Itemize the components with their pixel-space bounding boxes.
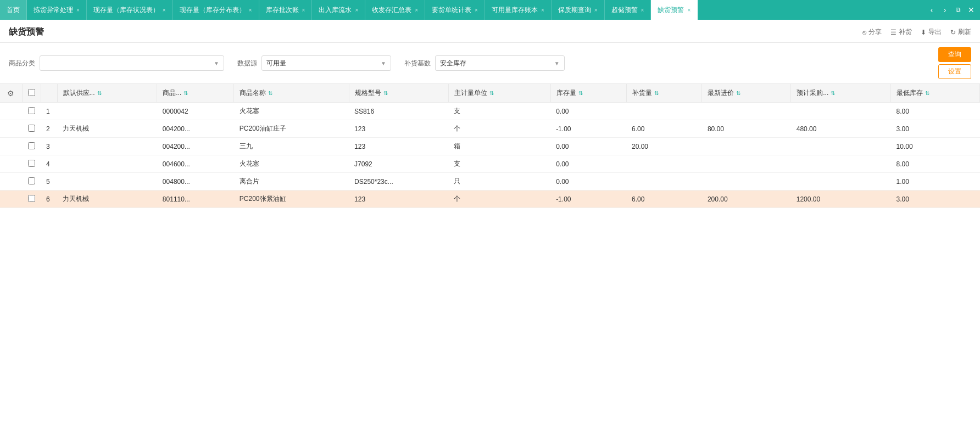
th-stock[interactable]: 库存量 ⇅: [550, 84, 626, 103]
row-product-name: PC200油缸庄子: [234, 120, 349, 138]
sort-icon-price: ⇅: [736, 90, 740, 96]
th-default-supplier[interactable]: 默认供应... ⇅: [57, 84, 157, 103]
th-est-purchase[interactable]: 预计采购... ⇅: [791, 84, 891, 103]
close-tab-demand-stat[interactable]: ×: [475, 7, 478, 13]
data-source-select[interactable]: 可用量 ▼: [261, 55, 391, 71]
row-spec: 123: [349, 138, 448, 155]
row-latest-price: [702, 103, 791, 120]
row-product-code: 801110...: [157, 191, 234, 208]
top-nav: 首页 拣货异常处理 × 现存量（库存状况表） × 现存量（库存分布表） × 库存…: [0, 0, 980, 20]
query-button[interactable]: 查询: [938, 47, 971, 62]
nav-tab-inventory-dist[interactable]: 现存量（库存分布表） ×: [173, 0, 259, 20]
th-spec[interactable]: 规格型号 ⇅: [349, 84, 448, 103]
th-min-stock[interactable]: 最低库存 ⇅: [891, 84, 980, 103]
data-table: ⚙ 默认供应... ⇅ 商品...: [0, 83, 980, 208]
th-product-code[interactable]: 商品... ⇅: [157, 84, 234, 103]
refresh-button[interactable]: ↻ 刷新: [950, 27, 971, 37]
nav-tab-available-ledger[interactable]: 可用量库存账本 ×: [485, 0, 552, 20]
th-latest-price[interactable]: 最新进价 ⇅: [702, 84, 791, 103]
close-tab-exception[interactable]: ×: [76, 7, 80, 13]
row-unit: 支: [448, 103, 550, 120]
row-supplier: 力天机械: [57, 191, 157, 208]
row-unit: 个: [448, 120, 550, 138]
main-content: 缺货预警 ⎋ 分享 ☰ 补货 ⬇ 导出 ↻ 刷新 商品分类: [0, 20, 980, 437]
gear-icon[interactable]: ⚙: [7, 89, 14, 98]
nav-tab-inout-flow[interactable]: 出入库流水 ×: [312, 0, 365, 20]
replenish-base-select[interactable]: 安全库存 ▼: [435, 55, 565, 71]
row-checkbox-cell: [22, 173, 41, 191]
close-tab-inventory-status[interactable]: ×: [163, 7, 166, 13]
sort-icon-est: ⇅: [831, 90, 835, 96]
sort-icon-replenish: ⇅: [654, 90, 659, 96]
nav-prev-btn[interactable]: ‹: [925, 3, 938, 16]
row-checkbox[interactable]: [28, 160, 35, 167]
nav-tab-shortage[interactable]: 缺货预警 ×: [651, 0, 698, 20]
close-tab-expiry-query[interactable]: ×: [594, 7, 598, 13]
export-button[interactable]: ⬇ 导出: [921, 27, 942, 37]
close-tab-batch-account[interactable]: ×: [302, 7, 305, 13]
row-latest-price: 200.00: [702, 191, 791, 208]
row-settings-cell: [0, 103, 22, 120]
nav-controls: ‹ › ⧉ ✕: [923, 3, 980, 16]
replenish-button[interactable]: ☰ 补货: [890, 27, 912, 37]
close-tab-inventory-dist[interactable]: ×: [249, 7, 252, 13]
row-checkbox[interactable]: [28, 107, 35, 114]
share-button[interactable]: ⎋ 分享: [862, 27, 882, 37]
close-tab-receive-summary[interactable]: ×: [415, 7, 418, 13]
row-min-stock: 8.00: [891, 155, 980, 173]
row-replenish-qty: 20.00: [626, 138, 702, 155]
close-tab-inout-flow[interactable]: ×: [355, 7, 358, 13]
row-unit: 箱: [448, 138, 550, 155]
row-seq: 1: [41, 103, 57, 120]
nav-tab-home[interactable]: 首页: [0, 0, 27, 20]
th-replenish-qty[interactable]: 补货量 ⇅: [626, 84, 702, 103]
row-est-purchase: [791, 155, 891, 173]
row-product-code: 004800...: [157, 173, 234, 191]
th-settings[interactable]: ⚙: [0, 84, 22, 103]
row-min-stock: 1.00: [891, 173, 980, 191]
nav-tab-exception[interactable]: 拣货异常处理 ×: [27, 0, 87, 20]
close-tab-shortage[interactable]: ×: [687, 7, 691, 13]
replenish-icon: ☰: [890, 29, 897, 36]
th-product-name[interactable]: 商品名称 ⇅: [234, 84, 349, 103]
row-replenish-qty: 6.00: [626, 120, 702, 138]
th-seq: [41, 84, 57, 103]
row-product-code: 0000042: [157, 103, 234, 120]
row-product-code: 004600...: [157, 155, 234, 173]
row-replenish-qty: 6.00: [626, 191, 702, 208]
row-stock: 0.00: [550, 173, 626, 191]
row-seq: 3: [41, 138, 57, 155]
row-checkbox[interactable]: [28, 177, 35, 184]
nav-tab-overstock[interactable]: 超储预警 ×: [605, 0, 652, 20]
nav-tab-expiry-query[interactable]: 保质期查询 ×: [552, 0, 605, 20]
nav-next-btn[interactable]: ›: [938, 3, 951, 16]
row-settings-cell: [0, 155, 22, 173]
select-all-checkbox[interactable]: [28, 89, 35, 96]
row-latest-price: [702, 155, 791, 173]
row-checkbox[interactable]: [28, 125, 35, 132]
th-unit[interactable]: 主计量单位 ⇅: [448, 84, 550, 103]
row-spec: 123: [349, 120, 448, 138]
settings-button[interactable]: 设置: [938, 64, 971, 79]
sort-icon-name: ⇅: [268, 90, 272, 96]
sort-icon-code: ⇅: [183, 90, 188, 96]
close-tab-overstock[interactable]: ×: [641, 7, 644, 13]
commodity-class-select[interactable]: ▼: [40, 55, 224, 71]
row-settings-cell: [0, 138, 22, 155]
nav-close-btn[interactable]: ✕: [965, 3, 978, 16]
nav-tab-receive-summary[interactable]: 收发存汇总表 ×: [365, 0, 425, 20]
close-tab-available-ledger[interactable]: ×: [541, 7, 544, 13]
nav-tab-inventory-status[interactable]: 现存量（库存状况表） ×: [87, 0, 173, 20]
table-row: 4 004600... 火花塞 J7092 支 0.00 8.00: [0, 155, 980, 173]
row-est-purchase: [791, 138, 891, 155]
nav-restore-btn[interactable]: ⧉: [951, 3, 965, 16]
data-source-value: 可用量: [266, 59, 376, 68]
row-checkbox[interactable]: [28, 142, 35, 149]
table-row: 6 力天机械 801110... PC200张紧油缸 123 个 -1.00 6…: [0, 191, 980, 208]
commodity-class-arrow-icon: ▼: [214, 60, 219, 66]
nav-tab-batch-account[interactable]: 库存批次账 ×: [259, 0, 313, 20]
nav-tab-demand-stat[interactable]: 要货单统计表 ×: [425, 0, 485, 20]
row-unit: 个: [448, 191, 550, 208]
row-checkbox[interactable]: [28, 195, 35, 202]
row-stock: 0.00: [550, 103, 626, 120]
